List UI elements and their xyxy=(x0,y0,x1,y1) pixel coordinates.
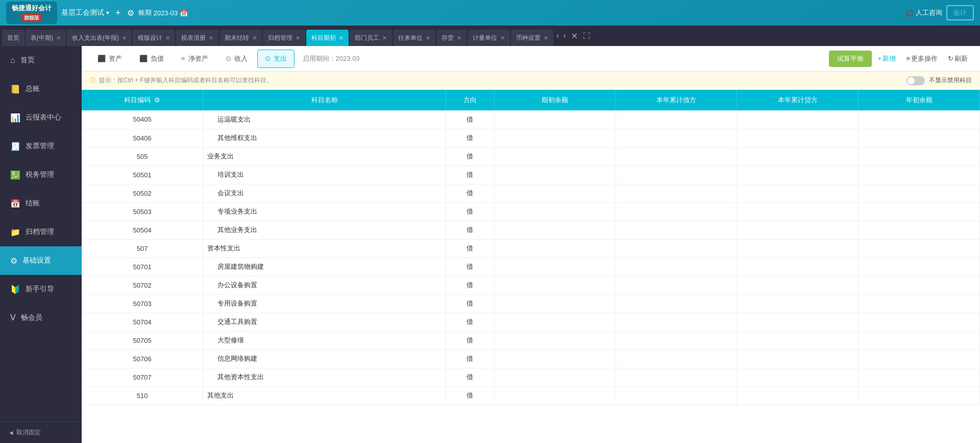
tab-close-icon[interactable]: ✕ xyxy=(382,35,387,41)
period-area: 账期 2023-03 📅 xyxy=(138,8,188,17)
help-button[interactable]: 🎧 人工咨询 xyxy=(905,8,942,17)
tab-template[interactable]: 模版设计 ✕ xyxy=(133,30,175,46)
table-row[interactable]: 50502会议支出借 xyxy=(82,184,980,202)
table-row[interactable]: 50704交通工具购置借 xyxy=(82,313,980,331)
refresh-button[interactable]: ↻ 刷新 xyxy=(944,54,972,63)
cell-code: 50503 xyxy=(82,202,203,221)
tab-close-icon[interactable]: ✕ xyxy=(165,35,170,41)
table-row[interactable]: 50405运温暖支出借 xyxy=(82,110,980,129)
tab-bs-interim[interactable]: 表(中期) ✕ xyxy=(26,30,66,46)
sidebar-item-member[interactable]: V 畅会员 xyxy=(0,304,82,332)
add-company-button[interactable]: + xyxy=(113,8,123,18)
sidebar-item-close[interactable]: 📅 结账 xyxy=(0,189,82,218)
sidebar-label-close: 结账 xyxy=(26,199,40,208)
sidebar-item-home[interactable]: ⌂ 首页 xyxy=(0,46,82,75)
tab-measure-unit[interactable]: 计量单位 ✕ xyxy=(468,30,510,46)
sub-tab-liability[interactable]: ⬛ 负债 xyxy=(132,50,172,68)
cell-opening[interactable] xyxy=(494,129,616,147)
cell-opening[interactable] xyxy=(494,239,616,258)
sidebar-item-report-center[interactable]: 📊 云报表中心 xyxy=(0,103,82,132)
tab-scroll-left-button[interactable]: ‹ xyxy=(554,31,561,40)
table-row[interactable]: 50707其他资本性支出借 xyxy=(82,368,980,386)
sidebar-item-basic-settings[interactable]: ⚙ 基础设置 xyxy=(0,246,82,275)
tab-close-icon[interactable]: ✕ xyxy=(544,35,548,41)
cell-opening[interactable] xyxy=(494,331,616,349)
tab-close-icon[interactable]: ✕ xyxy=(339,35,344,41)
sub-tab-income[interactable]: ⊙ 收入 xyxy=(218,50,255,68)
add-new-button[interactable]: + 新增 xyxy=(874,54,900,63)
table-row[interactable]: 507资本性支出借 xyxy=(82,239,980,258)
sidebar-item-invoice[interactable]: 🧾 发票管理 xyxy=(0,132,82,160)
cell-code: 50705 xyxy=(82,331,203,349)
table-row[interactable]: 50702办公设备购置借 xyxy=(82,276,980,294)
settings-col-icon[interactable]: ⚙ xyxy=(154,96,160,104)
tab-close-icon[interactable]: ✕ xyxy=(209,35,213,41)
cell-opening[interactable] xyxy=(494,276,616,294)
table-row[interactable]: 505业务支出借 xyxy=(82,147,980,166)
table-row[interactable]: 50406其他维权支出借 xyxy=(82,129,980,147)
tab-close-icon[interactable]: ✕ xyxy=(500,35,505,41)
table-row[interactable]: 50504其他业务支出借 xyxy=(82,221,980,239)
account-button[interactable]: 会计 xyxy=(946,5,974,20)
cell-opening[interactable] xyxy=(494,294,616,313)
table-row[interactable]: 50706信息网络购建借 xyxy=(82,349,980,368)
tab-counterparty[interactable]: 往来单位 ✕ xyxy=(393,30,435,46)
cell-code: 50406 xyxy=(82,129,203,147)
tab-close-icon[interactable]: ✕ xyxy=(56,35,61,41)
cell-year-open xyxy=(859,221,980,239)
tab-expand-button[interactable]: ⛶ xyxy=(581,32,592,40)
tab-close-icon[interactable]: ✕ xyxy=(252,35,257,41)
settings-icon[interactable]: ⚙ xyxy=(127,8,134,18)
tab-scroll-right-button[interactable]: › xyxy=(561,31,568,40)
tab-close-icon[interactable]: ✕ xyxy=(296,35,300,41)
tab-tax-clear[interactable]: 税表清册 ✕ xyxy=(176,30,218,46)
sidebar-item-guide[interactable]: 🔰 新手引导 xyxy=(0,275,82,304)
company-selector[interactable]: 基层工会测试 ▾ xyxy=(61,8,109,17)
sidebar-collapse-button[interactable]: ◄ 取消固定 xyxy=(0,422,82,443)
cell-opening[interactable] xyxy=(494,221,616,239)
tab-currency-setting[interactable]: 币种设置 ✕ xyxy=(511,30,553,46)
cell-opening[interactable] xyxy=(494,110,616,129)
table-row[interactable]: 50503专项业务支出借 xyxy=(82,202,980,221)
tab-subject-init[interactable]: 科目期初 ✕ xyxy=(306,30,349,46)
tab-dept-employee[interactable]: 部门员工 ✕ xyxy=(350,30,392,46)
cell-opening[interactable] xyxy=(494,202,616,221)
sidebar-label-ledger: 总账 xyxy=(26,84,40,94)
table-row[interactable]: 50703专用设备购置借 xyxy=(82,294,980,313)
calendar-icon[interactable]: 📅 xyxy=(180,9,188,17)
cell-opening[interactable] xyxy=(494,147,616,166)
table-row[interactable]: 50501培训支出借 xyxy=(82,166,980,184)
sub-tab-asset[interactable]: ⬛ 资产 xyxy=(90,50,130,68)
more-ops-button[interactable]: ≡ 更多操作 xyxy=(902,54,942,63)
tab-close-icon[interactable]: ✕ xyxy=(426,35,430,41)
cell-opening[interactable] xyxy=(494,368,616,386)
cell-opening[interactable] xyxy=(494,166,616,184)
cell-opening[interactable] xyxy=(494,349,616,368)
sub-tab-expense[interactable]: ⊙ 支出 xyxy=(257,50,295,68)
cell-year-open xyxy=(859,110,980,129)
table-row[interactable]: 50701房屋建筑物购建借 xyxy=(82,258,980,276)
table-row[interactable]: 50705大型修缮借 xyxy=(82,331,980,349)
cell-year-open xyxy=(859,313,980,331)
table-row[interactable]: 510其他支出借 xyxy=(82,386,980,405)
calc-balance-button[interactable]: 试算平衡 xyxy=(829,51,872,67)
cell-name: 其他业务支出 xyxy=(203,221,446,239)
tab-period-close[interactable]: 期末结转 ✕ xyxy=(219,30,262,46)
sidebar-item-tax[interactable]: 💹 税务管理 xyxy=(0,160,82,189)
toggle-switch[interactable] xyxy=(906,76,925,85)
col-header-year-open: 年初余额 xyxy=(859,90,980,110)
sidebar-item-ledger[interactable]: 📒 总账 xyxy=(0,75,82,103)
tab-close-all-button[interactable]: ✕ xyxy=(568,31,581,41)
cell-opening[interactable] xyxy=(494,313,616,331)
tab-home[interactable]: 首页 xyxy=(2,30,24,46)
tab-income-year[interactable]: 收入支出表(年报) ✕ xyxy=(67,30,132,46)
sidebar-item-archive[interactable]: 📁 归档管理 xyxy=(0,218,82,246)
sub-tab-net-asset[interactable]: ≡ 净资产 xyxy=(174,50,216,68)
tab-inventory[interactable]: 存货 ✕ xyxy=(436,30,467,46)
tab-archive[interactable]: 归档管理 ✕ xyxy=(263,30,305,46)
cell-opening[interactable] xyxy=(494,386,616,405)
cell-opening[interactable] xyxy=(494,258,616,276)
cell-opening[interactable] xyxy=(494,184,616,202)
tab-close-icon[interactable]: ✕ xyxy=(122,35,127,41)
tab-close-icon[interactable]: ✕ xyxy=(457,35,461,41)
